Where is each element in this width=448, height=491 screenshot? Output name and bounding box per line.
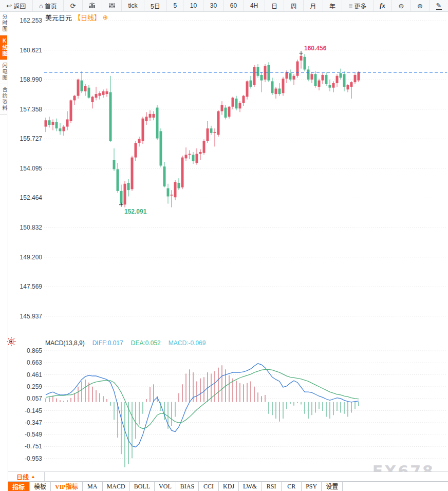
candle-body (264, 66, 267, 79)
topbar-item-period-10[interactable]: 10 (183, 0, 203, 11)
topbar-item-period-4h[interactable]: 4H (244, 0, 265, 11)
period-label: 日线 (16, 473, 29, 481)
macd-diff-value: DIFF:0.017 (92, 339, 123, 347)
candle-body (242, 96, 245, 103)
candle-body (135, 143, 137, 157)
topbar-item-period-week[interactable]: 周 (284, 0, 304, 11)
candle-body (95, 94, 98, 98)
indicator-tab-vip-indicator[interactable]: VIP指标 (51, 482, 83, 491)
candle-body (59, 128, 62, 131)
macd-axis-label: -0.549 (6, 431, 42, 438)
candle-body (282, 79, 285, 93)
sidebar-item-lightning-chart[interactable]: 闪电图 (0, 60, 7, 84)
candle-body (171, 195, 173, 196)
topbar-item-fx[interactable]: fx (374, 0, 393, 11)
chart-canvas[interactable] (0, 0, 448, 491)
candle-body (145, 117, 148, 121)
topbar-item-period-60[interactable]: 60 (224, 0, 244, 11)
candle-body (354, 75, 357, 82)
topbar-item-zoom-in[interactable]: ⊕ (411, 0, 430, 11)
candle-body (48, 120, 51, 125)
candle-body (336, 76, 339, 83)
candle-body (235, 99, 238, 108)
add-to-watchlist-icon[interactable]: ⊕ (103, 14, 108, 21)
topbar-item-indicator-params[interactable] (102, 0, 122, 11)
price-axis-label: 145.937 (6, 313, 42, 320)
candle-body (102, 91, 105, 95)
macd-axis-label: 0.461 (6, 371, 42, 379)
sidebar-item-kline-chart[interactable]: K线图 (0, 35, 7, 60)
indicator-tab-settings[interactable]: 设置 (322, 482, 343, 491)
candle-body (63, 127, 65, 131)
low-price-annotation: 152.091 (124, 208, 146, 215)
topbar-item-period-5[interactable]: 5 (167, 0, 183, 11)
candle-body (178, 183, 180, 188)
candle-body (318, 81, 321, 87)
topbar-item-label: 60 (230, 2, 237, 9)
price-axis-label: 157.358 (6, 106, 42, 113)
topbar-item-label: 周 (291, 2, 297, 10)
topbar-item-label: 月 (310, 2, 316, 10)
indicator-tab-vol[interactable]: VOL (155, 482, 176, 491)
zoom-out-icon: ⊖ (398, 3, 404, 9)
topbar-item-zoom-out[interactable]: ⊖ (392, 0, 411, 11)
topbar-item-label: 30 (210, 2, 217, 9)
candle-body (196, 154, 198, 163)
macd-header: MACD(13,8,9) DIFF:0.017 DEA:0.052 MACD:-… (45, 339, 206, 347)
more-icon: ≡ (349, 3, 353, 9)
macd-macd-value: MACD:-0.069 (169, 339, 206, 347)
candle-body (322, 75, 324, 81)
sidebar-item-time-chart[interactable]: 分时图 (0, 11, 7, 35)
candle-body (260, 75, 263, 81)
indicator-tab-indicator[interactable]: 指标 (8, 482, 30, 491)
back-icon: ↩ (6, 3, 12, 9)
topbar-item-period-month[interactable]: 月 (304, 0, 323, 11)
candle-body (88, 88, 90, 98)
indicator-tab-bias[interactable]: BIAS (176, 482, 199, 491)
indicator-tab-ma[interactable]: MA (83, 482, 103, 491)
topbar-item-home[interactable]: ⌂首页 (33, 0, 64, 11)
topbar-item-refresh[interactable]: ⟳ (64, 0, 83, 11)
topbar-item-period-5d[interactable]: 5日 (144, 0, 167, 11)
topbar-item-period-year[interactable]: 年 (323, 0, 343, 11)
indicator-tab-rsi[interactable]: RSI (262, 482, 282, 491)
indicator-tab-kdj[interactable]: KDJ (219, 482, 239, 491)
indicator-tab-cci[interactable]: CCI (199, 482, 219, 491)
candle-body (160, 131, 162, 165)
indicator-tab-lwr[interactable]: LW& (239, 482, 262, 491)
topbar-item-back[interactable]: ↩返回 (0, 0, 33, 11)
macd-name: MACD(13,8,9) (45, 339, 85, 347)
candle-body (286, 72, 288, 79)
candle-body (296, 62, 299, 76)
candle-body (214, 132, 216, 133)
indicator-tab-boll[interactable]: BOLL (130, 482, 155, 491)
candle-body (73, 96, 76, 101)
candle-body (142, 119, 144, 141)
price-axis-label: 150.832 (6, 224, 42, 231)
candle-body (45, 120, 47, 126)
indicator-tab-cr[interactable]: CR (282, 482, 302, 491)
sidebar-item-contract-info[interactable]: 合约资料 (0, 84, 7, 115)
period-selector[interactable]: 日线 ▲ (8, 472, 45, 481)
candle-body (55, 122, 58, 128)
left-sidebar: 分时图K线图闪电图合约资料 (0, 11, 8, 491)
topbar-item-period-30[interactable]: 30 (203, 0, 223, 11)
candle-body (138, 139, 141, 143)
topbar-item-period-tick[interactable]: tick (122, 0, 144, 11)
candle-body (91, 97, 94, 102)
chevron-up-icon: ▲ (31, 474, 35, 479)
indicator-tab-macd[interactable]: MACD (103, 482, 130, 491)
indicator-tab-psy[interactable]: PSY (302, 482, 322, 491)
indicator-tab-template[interactable]: 模板 (30, 482, 51, 491)
topbar-item-period-day[interactable]: 日 (265, 0, 285, 11)
topbar-item-more[interactable]: ≡更多 (342, 0, 373, 11)
indicator-toolbar: 指标模板VIP指标MAMACDBOLLVOLBIASCCIKDJLW&RSICR… (8, 481, 448, 491)
topbar-item-draw[interactable]: ✎ (430, 0, 448, 11)
candle-body (174, 182, 177, 197)
price-axis-label: 147.569 (6, 283, 42, 290)
sun-icon[interactable] (7, 337, 16, 348)
candle-body (81, 81, 83, 91)
topbar-item-chart-type[interactable] (83, 0, 103, 11)
candle-body (221, 105, 223, 111)
price-axis-label: 154.095 (6, 165, 42, 172)
